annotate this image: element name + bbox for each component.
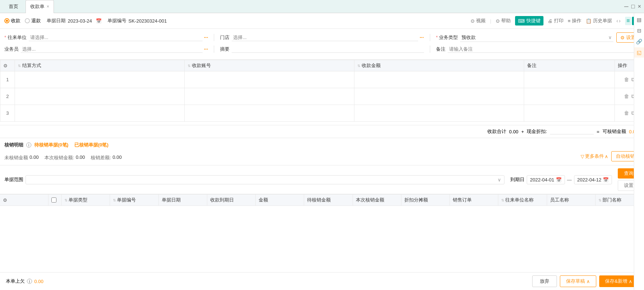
th-gear[interactable]: ⚙: [0, 60, 15, 71]
unchecked-stat: 未核销金额 0.00: [4, 154, 39, 161]
gear-icon-bottom[interactable]: ⚙: [3, 197, 7, 203]
radio-shoukuan[interactable]: 收款: [4, 17, 20, 24]
row-settlement-3[interactable]: [15, 105, 185, 122]
biz-type-select[interactable]: 预收款 ∨: [460, 34, 613, 42]
radio-tuikuan[interactable]: 退款: [25, 17, 41, 24]
data-table: ⚙ ⇅ 结算方式 ⇅ 收款账号 ⇅ 收款金额 备注 操作: [0, 60, 644, 122]
row-settlement-1[interactable]: [15, 71, 185, 88]
footer-bar: 本单上欠 ℹ 0.00 放弃 保存草稿 ∧ 保存&新增 ∧: [0, 272, 644, 290]
th-staff-name-label: 员工名称: [550, 197, 569, 203]
diff-label: 核销差额:: [91, 154, 111, 161]
sort-icon: ⇅: [18, 64, 21, 68]
sort-customer[interactable]: ⇅: [501, 198, 504, 202]
th-settlement: ⇅ 结算方式: [15, 60, 185, 71]
unchecked-label: 未核销金额: [4, 154, 28, 161]
panel-icon-1[interactable]: ▤: [635, 15, 643, 25]
biz-type-field: * 业务类型 预收款 ∨ ⚙ 设置: [436, 32, 640, 43]
th-customer-name-label: 往来单位名称: [505, 197, 534, 203]
panel-icon-2[interactable]: ⊟: [636, 26, 643, 36]
row-settlement-2[interactable]: [15, 88, 185, 105]
th-amount-label: 金额: [259, 197, 268, 203]
maximize-icon[interactable]: □: [631, 3, 635, 10]
date-value[interactable]: 2023-03-24: [68, 18, 92, 24]
store-input[interactable]: [232, 34, 418, 41]
delete-icon-1[interactable]: 🗑: [624, 77, 629, 83]
row-account-2[interactable]: [185, 88, 354, 105]
select-all-checkbox[interactable]: [51, 197, 56, 203]
sort-dept[interactable]: ⇅: [598, 198, 601, 202]
range-select[interactable]: ∨: [25, 175, 504, 184]
tab-close-icon[interactable]: ×: [47, 0, 49, 13]
staff-more-btn[interactable]: ···: [204, 46, 208, 52]
store-more-btn[interactable]: ···: [420, 35, 424, 40]
minimize-icon[interactable]: ─: [624, 3, 628, 10]
row-remark-1[interactable]: [524, 71, 615, 88]
video-icon: ⊙: [471, 18, 475, 24]
customer-input[interactable]: [29, 34, 203, 41]
row-num-2: 2: [0, 88, 15, 105]
th-pending: 待核销金额: [304, 195, 353, 206]
row-remark-2[interactable]: [524, 88, 615, 105]
prev-arrow[interactable]: ‹: [616, 18, 618, 24]
save-btn[interactable]: 保存&新增 ∧: [599, 275, 638, 287]
calendar-icon[interactable]: 📅: [96, 18, 102, 24]
shortcut-icon: ⌨: [518, 18, 525, 24]
discount-input[interactable]: [550, 129, 594, 134]
footer-left: 本单上欠 ℹ 0.00: [6, 278, 43, 285]
more-conditions-btn[interactable]: ▽ 更多条件 ∧: [581, 153, 608, 160]
delete-icon-2[interactable]: 🗑: [624, 93, 629, 99]
date-start-input[interactable]: 2022-04-01 📅: [527, 175, 565, 184]
panel-icon-4[interactable]: ◱: [634, 47, 644, 58]
sort-doc-num[interactable]: ⇅: [113, 198, 116, 202]
summary-input[interactable]: [232, 46, 424, 53]
gear-icon[interactable]: ⚙: [3, 63, 8, 68]
row-amount-3[interactable]: [354, 105, 524, 122]
video-btn[interactable]: ⊙ 视频: [471, 17, 486, 24]
date-end-input[interactable]: 2022-04-12 📅: [574, 175, 612, 184]
close-icon[interactable]: ×: [638, 3, 641, 10]
list-view-icon[interactable]: ≡: [625, 17, 631, 25]
sort-doc-type[interactable]: ⇅: [64, 198, 67, 202]
history-btn[interactable]: 📋 历史单据: [586, 17, 612, 24]
tab-home[interactable]: 首页: [3, 0, 24, 13]
verify-stats: 未核销金额 0.00 本次核销金额: 0.00 核销差额: 0.00: [4, 154, 122, 161]
verify-title-text: 核销明细: [4, 142, 23, 148]
form-area: * 往来单位 ··· 门店 ··· * 业务类型 预收款 ∨ ⚙ 设置: [0, 29, 644, 60]
pending-tab[interactable]: 待核销单据(0笔): [34, 142, 68, 148]
diff-stat: 核销差额: 0.00: [91, 154, 122, 161]
video-label: 视频: [476, 17, 486, 24]
row-remark-3[interactable]: [524, 105, 615, 122]
biz-type-value: 预收款: [462, 34, 476, 41]
calendar-icon-start[interactable]: 📅: [556, 177, 562, 183]
note-input[interactable]: [448, 46, 640, 53]
staff-input[interactable]: [21, 46, 203, 53]
th-checkbox: ⚙: [0, 195, 48, 206]
panel-icon-3[interactable]: 🔗: [635, 36, 644, 47]
calendar-icon-end[interactable]: 📅: [603, 177, 609, 183]
draft-btn[interactable]: 保存草稿 ∧: [560, 275, 596, 287]
print-btn[interactable]: 🖨 打印: [548, 17, 564, 24]
shortcut-btn[interactable]: ⌨ 快捷键: [515, 16, 543, 26]
row-account-1[interactable]: [185, 71, 354, 88]
help-btn[interactable]: ⊙ 帮助: [496, 17, 511, 24]
abandon-btn[interactable]: 放弃: [532, 275, 557, 287]
summary-row: 收款合计 0.00 + 现金折扣: = 可核销金额 0.00: [0, 125, 644, 138]
th-discount: 折扣分摊额: [401, 195, 450, 206]
table-container: ⚙ ⇅ 结算方式 ⇅ 收款账号 ⇅ 收款金额 备注 操作: [0, 60, 644, 125]
customer-more-btn[interactable]: ···: [204, 35, 208, 40]
staff-field: 业务员 ···: [4, 46, 208, 53]
delete-icon-3[interactable]: 🗑: [624, 110, 629, 116]
done-tab[interactable]: 已核销单据(0笔): [74, 142, 109, 148]
row-account-3[interactable]: [185, 105, 354, 122]
row-amount-1[interactable]: [354, 71, 524, 88]
next-arrow[interactable]: ›: [619, 18, 621, 24]
range-field: 单据范围 ∨: [4, 175, 504, 184]
verify-tabs: 待核销单据(0笔) 已核销单据(0笔): [34, 142, 109, 148]
footer-info-icon[interactable]: ℹ: [27, 279, 32, 284]
verify-info-icon[interactable]: i: [26, 142, 31, 148]
total-label: 收款合计: [487, 128, 506, 135]
operation-btn[interactable]: ≡ 操作: [568, 17, 582, 24]
tab-active[interactable]: 收款单 ×: [25, 0, 54, 13]
row-amount-2[interactable]: [354, 88, 524, 105]
date-start-value: 2022-04-01: [530, 177, 554, 183]
